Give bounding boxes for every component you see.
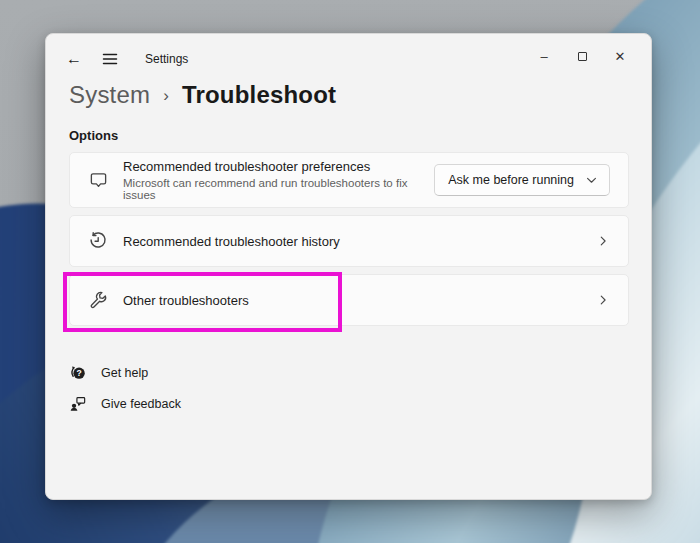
breadcrumb-system[interactable]: System <box>69 81 150 109</box>
options-card-list: Recommended troubleshooter preferences M… <box>69 152 629 326</box>
card-title: Recommended troubleshooter preferences <box>123 159 434 174</box>
minimize-button[interactable]: – <box>525 44 563 68</box>
card-title: Recommended troubleshooter history <box>123 234 340 249</box>
card-other-troubleshooters[interactable]: Other troubleshooters <box>69 274 629 326</box>
history-clock-icon <box>88 231 108 251</box>
desktop-wallpaper: ← Settings – ✕ System › Troubleshoot Opt… <box>0 0 700 543</box>
card-troubleshooter-history[interactable]: Recommended troubleshooter history <box>69 215 629 267</box>
settings-window: ← Settings – ✕ System › Troubleshoot Opt… <box>45 33 652 500</box>
back-icon[interactable]: ← <box>64 49 84 69</box>
maximize-icon <box>578 52 587 61</box>
get-help-label: Get help <box>101 366 148 380</box>
get-help-icon: ? <box>69 364 87 382</box>
card-recommended-preferences[interactable]: Recommended troubleshooter preferences M… <box>69 152 629 208</box>
give-feedback-icon <box>69 395 87 413</box>
give-feedback-label: Give feedback <box>101 397 181 411</box>
footer-links: ? Get help Give feedback <box>69 364 651 413</box>
get-help-link[interactable]: ? Get help <box>69 364 148 382</box>
preferences-dropdown[interactable]: Ask me before running <box>434 164 610 196</box>
svg-text:?: ? <box>76 368 81 378</box>
card-subtitle: Microsoft can recommend and run troubles… <box>123 177 434 201</box>
breadcrumb-separator-icon: › <box>163 86 169 106</box>
maximize-button[interactable] <box>563 44 601 68</box>
give-feedback-link[interactable]: Give feedback <box>69 395 181 413</box>
hamburger-menu-icon[interactable] <box>100 49 120 69</box>
section-label-options: Options <box>69 128 628 143</box>
dropdown-value: Ask me before running <box>448 173 574 187</box>
card-title: Other troubleshooters <box>123 293 249 308</box>
page-title: Troubleshoot <box>182 81 336 109</box>
chevron-right-icon <box>596 234 610 248</box>
speech-bubble-icon <box>88 170 108 190</box>
breadcrumb: System › Troubleshoot <box>69 81 651 109</box>
titlebar: ← Settings – ✕ <box>46 34 651 68</box>
window-controls: – ✕ <box>525 44 639 68</box>
chevron-down-icon <box>586 177 597 184</box>
close-button[interactable]: ✕ <box>601 44 639 68</box>
wrench-icon <box>88 290 108 310</box>
card-text: Recommended troubleshooter preferences M… <box>123 159 434 201</box>
chevron-right-icon <box>596 293 610 307</box>
app-title: Settings <box>145 52 188 66</box>
